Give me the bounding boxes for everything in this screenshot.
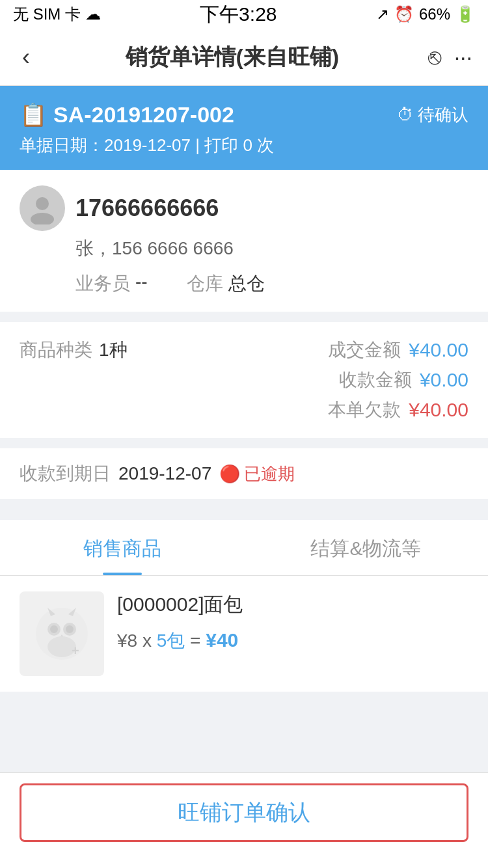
sales-info: 业务员 -- xyxy=(75,271,148,296)
confirm-order-button[interactable]: 旺铺订单确认 xyxy=(20,783,468,842)
customer-phone: 17666666666 xyxy=(75,195,219,222)
customer-section: 17666666666 张，156 6666 6666 业务员 -- 仓库 总仓 xyxy=(0,170,488,312)
print-label: | 打印 xyxy=(195,135,238,155)
avatar xyxy=(20,185,65,231)
product-price: ¥8 xyxy=(117,631,137,651)
battery-indicator: 66% xyxy=(419,5,450,23)
order-date-row: 单据日期：2019-12-07 | 打印 0 次 xyxy=(20,134,468,157)
summary-right: 成交金额 ¥40.00 收款金额 ¥0.00 本单欠款 ¥40.00 xyxy=(328,338,468,422)
order-status: ⏱ 待确认 xyxy=(397,103,468,126)
sim-indicator: 无 SIM 卡 ☁ xyxy=(13,4,101,25)
received-label: 收款金额 xyxy=(339,368,412,392)
due-date-section: 收款到期日 2019-12-07 🔴 已逾期 xyxy=(0,448,488,499)
transaction-value: ¥40.00 xyxy=(409,339,468,361)
date-label: 单据日期： xyxy=(20,135,104,155)
alarm-icon: ⏰ xyxy=(394,5,414,23)
transaction-amount-row: 成交金额 ¥40.00 xyxy=(328,338,468,362)
customer-name: 张，156 6666 6666 xyxy=(75,236,468,261)
order-number: 📋 SA-20191207-002 xyxy=(20,102,234,128)
summary-left: 商品种类 1种 xyxy=(20,338,128,368)
order-header: 📋 SA-20191207-002 ⏱ 待确认 单据日期：2019-12-07 … xyxy=(0,86,488,170)
due-date-value: 2019-12-07 xyxy=(118,463,211,484)
order-icon: 📋 xyxy=(20,102,47,128)
product-thumbnail: + xyxy=(20,591,104,676)
due-date-label: 收款到期日 xyxy=(20,461,111,486)
product-section: + [0000002]面包 ¥8 x 5包 = ¥40 xyxy=(0,576,488,692)
order-status-text: 待确认 xyxy=(418,103,468,126)
product-item: + [0000002]面包 ¥8 x 5包 = ¥40 xyxy=(20,591,468,676)
more-icon[interactable]: ··· xyxy=(454,44,472,70)
tabs-container: 销售商品 结算&物流等 xyxy=(0,520,488,576)
clock-icon: ⏱ xyxy=(397,105,414,125)
divider-2 xyxy=(0,438,488,448)
order-header-top: 📋 SA-20191207-002 ⏱ 待确认 xyxy=(20,102,468,128)
battery-icon: 🔋 xyxy=(455,5,475,23)
received-value: ¥0.00 xyxy=(420,369,468,391)
customer-header: 17666666666 xyxy=(20,185,468,231)
received-amount-row: 收款金额 ¥0.00 xyxy=(339,368,468,392)
status-bar-time: 下午3:28 xyxy=(200,1,277,28)
warehouse-info: 仓库 总仓 xyxy=(187,271,265,296)
order-date-value: 2019-12-07 xyxy=(104,135,191,155)
owed-label: 本单欠款 xyxy=(328,398,401,422)
product-type-row: 商品种类 1种 xyxy=(20,338,128,362)
status-bar: 无 SIM 卡 ☁ 下午3:28 ↗ ⏰ 66% 🔋 xyxy=(0,0,488,29)
sales-value: -- xyxy=(135,271,148,296)
overdue-badge: 🔴 已逾期 xyxy=(219,463,295,485)
summary-section: 商品种类 1种 成交金额 ¥40.00 收款金额 ¥0.00 本单欠款 ¥40.… xyxy=(0,322,488,438)
tab-settlement-logistics[interactable]: 结算&物流等 xyxy=(244,520,488,575)
equals-sign: = xyxy=(190,631,206,651)
product-type-label: 商品种类 xyxy=(20,338,92,362)
location-icon: ↗ xyxy=(376,5,389,23)
svg-point-1 xyxy=(31,213,54,224)
warehouse-value: 总仓 xyxy=(228,271,265,296)
product-quantity: 5包 xyxy=(157,631,185,651)
product-total: ¥40 xyxy=(206,629,238,651)
tab-sales-product[interactable]: 销售商品 xyxy=(0,520,244,575)
order-number-text: SA-20191207-002 xyxy=(53,102,234,128)
svg-text:+: + xyxy=(72,644,79,658)
multiply-sign: x xyxy=(142,631,157,651)
status-bar-left: 无 SIM 卡 ☁ xyxy=(13,4,101,25)
overdue-text: 已逾期 xyxy=(244,463,295,485)
print-unit: 次 xyxy=(257,135,274,155)
page-title: 销货单详情(来自旺铺) xyxy=(126,42,340,72)
owed-amount-row: 本单欠款 ¥40.00 xyxy=(328,398,468,422)
nav-bar: ‹ 销货单详情(来自旺铺) ⎋ ··· xyxy=(0,29,488,86)
warehouse-label: 仓库 xyxy=(187,271,223,296)
owed-value: ¥40.00 xyxy=(409,399,468,421)
sales-label: 业务员 xyxy=(75,271,130,296)
svg-point-0 xyxy=(36,197,49,210)
back-button[interactable]: ‹ xyxy=(16,37,36,77)
svg-point-5 xyxy=(50,625,58,633)
share-icon[interactable]: ⎋ xyxy=(428,44,441,70)
product-price-row: ¥8 x 5包 = ¥40 xyxy=(117,629,468,653)
divider-1 xyxy=(0,312,488,322)
summary-row: 商品种类 1种 成交金额 ¥40.00 收款金额 ¥0.00 本单欠款 ¥40.… xyxy=(20,338,468,422)
status-bar-right: ↗ ⏰ 66% 🔋 xyxy=(376,5,475,23)
overdue-icon: 🔴 xyxy=(219,464,240,484)
product-name: [0000002]面包 xyxy=(117,591,468,618)
customer-info-row: 业务员 -- 仓库 总仓 xyxy=(75,271,468,296)
divider-3 xyxy=(0,499,488,509)
svg-point-6 xyxy=(66,625,74,633)
nav-right-actions: ⎋ ··· xyxy=(428,44,472,70)
bottom-button-area: 旺铺订单确认 xyxy=(0,772,488,868)
product-info: [0000002]面包 ¥8 x 5包 = ¥40 xyxy=(117,591,468,653)
product-type-value: 1种 xyxy=(99,338,128,362)
transaction-label: 成交金额 xyxy=(328,338,401,362)
print-count: 0 xyxy=(243,135,252,155)
